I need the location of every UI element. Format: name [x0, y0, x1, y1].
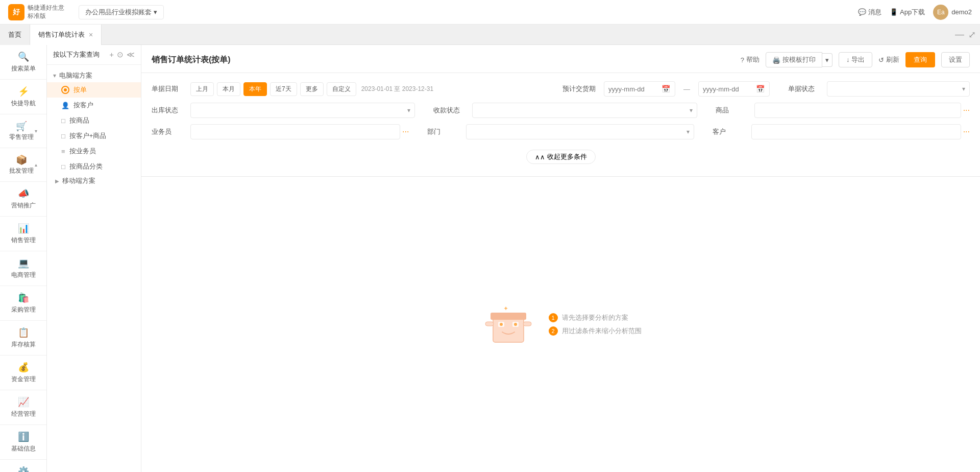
- empty-illustration: ✦: [480, 301, 536, 347]
- operations-icon: 📈: [18, 396, 29, 408]
- sidebar-item-inventory[interactable]: 📋 库存核算: [0, 321, 46, 356]
- query-button[interactable]: 查询: [905, 52, 935, 67]
- wholesale-icon: 📦: [16, 154, 27, 166]
- calendar-start-icon: 📅: [662, 85, 670, 93]
- tree-item-by-customer[interactable]: 👤 按客户: [47, 98, 141, 113]
- scheme-settings-icon[interactable]: ⊙: [117, 50, 124, 59]
- tree-item-by-salesperson[interactable]: ≡ 按业务员: [47, 144, 141, 159]
- sidebar-item-search[interactable]: 🔍 搜索菜单: [0, 45, 46, 80]
- customer-scheme-icon: 👤: [61, 102, 69, 109]
- svg-rect-6: [485, 322, 494, 326]
- page-actions: ? 帮助 🖨️ 按模板打印 ▾ ↓ 导出: [741, 52, 970, 67]
- customer-input[interactable]: [751, 124, 961, 139]
- export-button[interactable]: ↓ 导出: [839, 52, 872, 67]
- date-btn-this-month[interactable]: 本月: [217, 82, 240, 96]
- print-btn-group: 🖨️ 按模板打印 ▾: [766, 52, 832, 67]
- payment-status-label: 收款状态: [433, 106, 464, 115]
- page-title: 销售订单统计表(按单): [152, 55, 231, 65]
- help-button[interactable]: ? 帮助: [741, 55, 760, 64]
- sidebar-item-retail[interactable]: 🛒 零售管理 ▾: [0, 114, 46, 148]
- scheme-panel: 按以下方案查询 + ⊙ ≪ ▾ 电脑端方案 按单: [47, 45, 141, 472]
- logo-area: 好 畅捷通好生意 标准版: [8, 4, 64, 20]
- sidebar-item-wholesale[interactable]: 📦 批发管理 ▴: [0, 148, 46, 182]
- sidebar-item-basic-info[interactable]: ℹ️ 基础信息: [0, 425, 46, 460]
- svg-rect-0: [493, 317, 524, 342]
- tab-close-icon[interactable]: ×: [89, 31, 93, 39]
- avatar: Ea: [933, 5, 948, 20]
- sidebar-item-purchase[interactable]: 🛍️ 采购管理: [0, 286, 46, 321]
- salesperson-input[interactable]: [190, 124, 400, 139]
- message-button[interactable]: 💬 消息: [858, 8, 881, 17]
- salesperson-filter-label: 业务员: [152, 127, 182, 136]
- expected-delivery-start[interactable]: 📅: [604, 81, 675, 97]
- filter-collapse-area: ∧∧ 收起更多条件: [152, 146, 970, 168]
- date-btn-last-month[interactable]: 上月: [190, 82, 214, 96]
- window-minimize-icon[interactable]: —: [955, 29, 964, 40]
- date-btn-7days[interactable]: 近7天: [270, 82, 297, 96]
- expected-delivery-end[interactable]: 📅: [698, 81, 770, 97]
- add-scheme-button[interactable]: +: [109, 50, 114, 59]
- expected-delivery-start-input[interactable]: [608, 85, 659, 93]
- filter-area: 单据日期 上月 本月 本年 近7天 更多 自定义 2023-01-01 至 20…: [141, 73, 980, 177]
- tab-home[interactable]: 首页: [0, 25, 30, 45]
- basicinfo-icon: ℹ️: [18, 431, 29, 442]
- date-range-text: 2023-01-01 至 2023-12-31: [361, 85, 433, 93]
- ecommerce-icon: 💻: [18, 257, 29, 269]
- status-select[interactable]: ▾: [827, 81, 970, 97]
- goods-input[interactable]: [754, 103, 961, 118]
- tree-category-pc[interactable]: ▾ 电脑端方案: [47, 69, 141, 82]
- delivery-status-select[interactable]: ▾: [190, 103, 415, 118]
- print-button[interactable]: 🖨️ 按模板打印: [766, 52, 822, 67]
- app-download-button[interactable]: 📱 App下载: [890, 8, 925, 17]
- payment-status-select[interactable]: ▾: [472, 103, 697, 118]
- window-maximize-icon[interactable]: ⤢: [968, 29, 976, 40]
- sidebar-item-quicknav[interactable]: ⚡ 快捷导航: [0, 80, 46, 114]
- sidebar-item-ecommerce[interactable]: 💻 电商管理: [0, 251, 46, 286]
- goods-more-button[interactable]: ···: [963, 106, 970, 115]
- tree-item-by-order[interactable]: 按单: [47, 82, 141, 98]
- tree-item-by-goods[interactable]: □ 按商品: [47, 113, 141, 128]
- customer-filter-label: 客户: [713, 127, 743, 136]
- svg-point-4: [500, 323, 503, 326]
- settings-button[interactable]: 设置: [941, 52, 970, 67]
- department-arrow-icon: ▾: [687, 128, 690, 135]
- department-filter-label: 部门: [427, 127, 458, 136]
- top-bar-left: 好 畅捷通好生意 标准版 办公用品行业模拟账套 ▾: [8, 4, 164, 20]
- expected-delivery-label: 预计交货期: [562, 84, 596, 93]
- sales-icon: 📊: [18, 223, 29, 234]
- expected-delivery-end-input[interactable]: [703, 85, 754, 93]
- tree-item-by-goods-category[interactable]: □ 按商品分类: [47, 159, 141, 174]
- sidebar-item-finance[interactable]: 💰 资金管理: [0, 356, 46, 390]
- goods-scheme-icon: □: [61, 117, 65, 125]
- scheme-panel-header: 按以下方案查询 + ⊙ ≪: [47, 45, 141, 65]
- sidebar-item-operations[interactable]: 📈 经营管理: [0, 390, 46, 425]
- sidebar-item-sales[interactable]: 📊 销售管理: [0, 217, 46, 251]
- search-icon: 🔍: [18, 51, 29, 62]
- print-icon: 🖨️: [772, 56, 780, 64]
- tree-item-by-customer-goods[interactable]: □ 按客户+商品: [47, 128, 141, 144]
- empty-robot-svg: ✦: [480, 301, 536, 347]
- empty-container: ✦ 1 请先选择要分析的方案 2 用过滤条件来缩小分析范围: [480, 301, 642, 347]
- filter-row-2: 出库状态 ▾ 收款状态 ▾ 商品 ···: [152, 103, 970, 118]
- sidebar-item-marketing[interactable]: 📣 营销推广: [0, 182, 46, 217]
- salesperson-more-button[interactable]: ···: [402, 127, 409, 136]
- date-btn-more[interactable]: 更多: [300, 82, 324, 96]
- customer-more-button[interactable]: ···: [963, 127, 970, 136]
- help-icon: ?: [741, 56, 744, 64]
- svg-text:✦: ✦: [503, 305, 508, 312]
- date-btn-custom[interactable]: 自定义: [327, 82, 356, 96]
- calendar-end-icon: 📅: [756, 85, 765, 93]
- tree-category-mobile[interactable]: ▶ 移动端方案: [47, 174, 141, 187]
- date-btn-this-year[interactable]: 本年: [243, 82, 267, 96]
- collapse-filter-button[interactable]: ∧∧ 收起更多条件: [526, 150, 596, 164]
- department-select[interactable]: ▾: [466, 124, 694, 139]
- sidebar-item-system[interactable]: ⚙️ 系统管理: [0, 460, 46, 472]
- salesperson-filter-group: ···: [190, 124, 409, 139]
- print-dropdown-button[interactable]: ▾: [822, 53, 832, 67]
- workspace-selector[interactable]: 办公用品行业模拟账套 ▾: [79, 5, 164, 19]
- tab-sales-stats[interactable]: 销售订单统计表 ×: [30, 25, 102, 45]
- scheme-collapse-icon[interactable]: ≪: [127, 50, 135, 59]
- refresh-button[interactable]: ↺ 刷新: [878, 55, 899, 64]
- user-area[interactable]: Ea demo2: [933, 5, 972, 20]
- purchase-icon: 🛍️: [18, 292, 29, 303]
